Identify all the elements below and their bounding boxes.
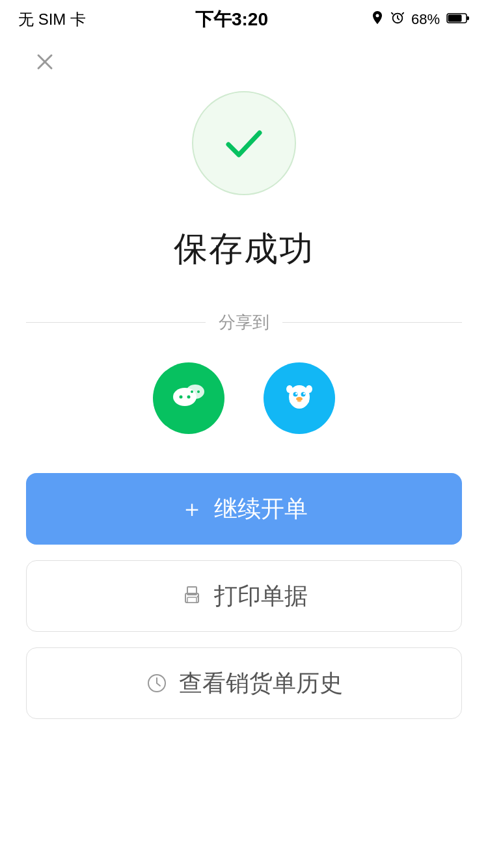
history-label: 查看销货单历史 <box>179 668 343 699</box>
svg-point-15 <box>303 400 309 403</box>
qq-icon <box>278 377 320 419</box>
qq-share-button[interactable] <box>264 362 335 434</box>
action-buttons: ＋ 继续开单 打印单据 查看销货单历史 <box>0 473 488 719</box>
check-icon <box>218 117 270 169</box>
divider-left <box>26 322 206 323</box>
share-section: 分享到 <box>0 311 488 434</box>
svg-point-12 <box>197 390 200 393</box>
continue-button[interactable]: ＋ 继续开单 <box>26 473 462 545</box>
svg-point-18 <box>295 393 297 395</box>
close-button[interactable] <box>29 46 61 78</box>
wechat-icon <box>168 377 210 419</box>
status-left: 无 SIM 卡 <box>18 9 92 30</box>
svg-rect-25 <box>187 597 197 603</box>
status-right: 68% <box>371 10 470 29</box>
printer-icon <box>180 584 204 608</box>
clock-icon <box>145 671 169 695</box>
alarm-icon <box>390 10 405 29</box>
history-button[interactable]: 查看销货单历史 <box>26 647 462 719</box>
share-divider: 分享到 <box>26 311 462 334</box>
battery-icon <box>446 11 470 28</box>
wechat-share-button[interactable] <box>153 362 224 434</box>
svg-point-26 <box>197 596 199 598</box>
success-title: 保存成功 <box>174 226 314 272</box>
svg-point-10 <box>187 396 191 399</box>
status-bar: 无 SIM 卡 下午3:20 68% <box>0 0 488 39</box>
svg-point-19 <box>303 393 305 395</box>
svg-point-11 <box>191 390 193 393</box>
success-circle <box>192 91 296 195</box>
main-content: 保存成功 分享到 <box>0 39 488 719</box>
svg-rect-4 <box>448 15 461 22</box>
svg-point-21 <box>286 385 293 393</box>
svg-point-0 <box>375 14 379 18</box>
status-time: 下午3:20 <box>195 7 268 32</box>
carrier-text: 无 SIM 卡 <box>18 9 86 30</box>
location-icon <box>371 10 384 29</box>
battery-text: 68% <box>411 11 440 28</box>
divider-right <box>282 322 462 323</box>
svg-point-9 <box>180 396 183 399</box>
print-button[interactable]: 打印单据 <box>26 560 462 632</box>
svg-point-22 <box>306 385 312 393</box>
svg-rect-3 <box>467 16 469 20</box>
svg-point-14 <box>290 400 296 403</box>
svg-point-20 <box>296 397 303 401</box>
print-label: 打印单据 <box>214 580 308 612</box>
share-label: 分享到 <box>219 311 269 334</box>
plus-icon: ＋ <box>180 493 204 525</box>
share-icons <box>26 362 462 434</box>
continue-label: 继续开单 <box>214 493 308 525</box>
